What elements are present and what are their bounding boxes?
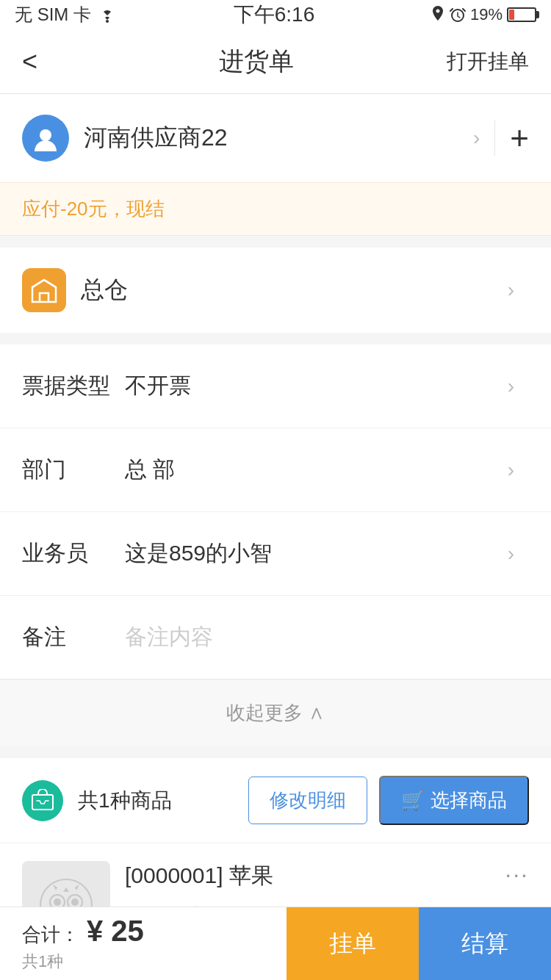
department-row[interactable]: 部门 总 部 ›: [0, 428, 551, 511]
edit-details-button[interactable]: 修改明细: [248, 777, 367, 824]
product-name: [0000001] 苹果: [125, 861, 505, 891]
warehouse-name: 总仓: [81, 274, 508, 306]
status-left: 无 SIM 卡: [15, 3, 118, 26]
product-count: 共1种商品: [78, 787, 248, 815]
checkout-button[interactable]: 结算: [419, 907, 551, 981]
bottom-total: 合计： ¥ 25 共1种: [0, 915, 287, 973]
svg-point-2: [40, 129, 51, 141]
add-supplier-button[interactable]: +: [510, 122, 529, 154]
svg-rect-3: [32, 795, 53, 810]
salesperson-value: 这是859的小智: [125, 538, 508, 569]
product-title: 苹果: [229, 863, 273, 887]
divider: [494, 120, 495, 156]
hang-button[interactable]: 挂单: [287, 907, 419, 981]
total-count: 共1种: [22, 951, 264, 973]
svg-point-0: [106, 20, 109, 23]
payment-notice: 应付-20元，现结: [0, 182, 551, 236]
status-right: 19%: [431, 5, 536, 24]
supplier-section: 河南供应商22 › + 应付-20元，现结: [0, 94, 551, 236]
svg-point-7: [54, 898, 61, 906]
cart-icon: 🛒: [401, 789, 425, 812]
total-amount: ¥ 25: [87, 915, 144, 948]
supplier-avatar: [22, 115, 69, 162]
nav-title: 进货单: [219, 45, 294, 79]
total-label: 合计：: [22, 922, 79, 948]
salesperson-label: 业务员: [22, 538, 125, 569]
product-id: [0000001]: [125, 863, 223, 887]
department-label: 部门: [22, 455, 125, 485]
invoice-type-row[interactable]: 票据类型 不开票 ›: [0, 345, 551, 428]
salesperson-chevron-icon: ›: [508, 542, 514, 566]
status-time: 下午6:16: [234, 1, 315, 29]
open-hang-button[interactable]: 打开挂单: [447, 48, 529, 76]
invoice-type-label: 票据类型: [22, 371, 125, 401]
svg-point-8: [71, 898, 79, 906]
status-bar: 无 SIM 卡 下午6:16 19%: [0, 0, 551, 29]
nav-bar: < 进货单 打开挂单: [0, 29, 551, 94]
invoice-type-chevron-icon: ›: [508, 375, 514, 398]
carrier-text: 无 SIM 卡: [15, 3, 91, 26]
invoice-type-value: 不开票: [125, 371, 508, 401]
product-header: 共1种商品 修改明细 🛒 选择商品: [0, 758, 551, 843]
warehouse-section: 总仓 ›: [0, 248, 551, 333]
warehouse-icon: [22, 268, 66, 312]
supplier-name: 河南供应商22: [84, 122, 473, 154]
supplier-chevron-icon: ›: [473, 126, 480, 150]
wifi-icon: [97, 7, 118, 23]
form-section: 票据类型 不开票 › 部门 总 部 › 业务员 这是859的小智 › 备注 备注…: [0, 345, 551, 746]
location-icon: [431, 6, 445, 24]
product-icon: [22, 780, 63, 821]
collapse-button[interactable]: 收起更多 ∧: [0, 679, 551, 746]
warehouse-row[interactable]: 总仓 ›: [0, 248, 551, 333]
total-row: 合计： ¥ 25: [22, 915, 264, 948]
remark-placeholder: 备注内容: [125, 622, 529, 652]
remark-row[interactable]: 备注 备注内容: [0, 595, 551, 679]
alarm-icon: [450, 7, 466, 23]
select-product-label: 选择商品: [431, 788, 507, 813]
bottom-bar: 合计： ¥ 25 共1种 挂单 结算: [0, 907, 551, 980]
battery-icon: [507, 7, 536, 22]
remark-label: 备注: [22, 622, 125, 652]
department-chevron-icon: ›: [508, 458, 514, 482]
select-product-button[interactable]: 🛒 选择商品: [379, 776, 529, 825]
product-more-button[interactable]: ···: [505, 861, 529, 888]
back-button[interactable]: <: [22, 46, 66, 77]
department-value: 总 部: [125, 455, 508, 485]
warehouse-chevron-icon: ›: [508, 278, 514, 302]
supplier-row[interactable]: 河南供应商22 › +: [0, 94, 551, 182]
salesperson-row[interactable]: 业务员 这是859的小智 ›: [0, 511, 551, 595]
battery-percentage: 19%: [470, 5, 503, 24]
